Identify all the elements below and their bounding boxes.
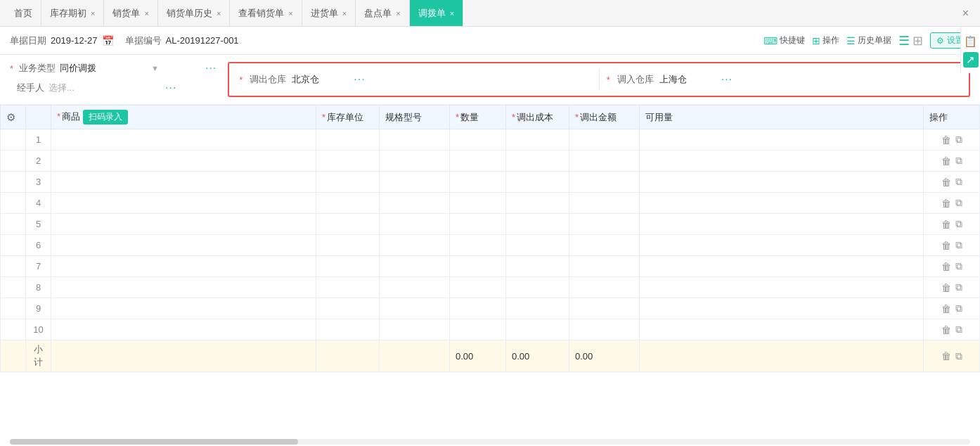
td-spec-3[interactable] bbox=[380, 172, 450, 193]
td-cost-1[interactable] bbox=[506, 129, 569, 151]
tab-purchase-close[interactable]: × bbox=[342, 9, 347, 18]
horizontal-scrollbar[interactable] bbox=[10, 439, 970, 445]
td-product-3[interactable] bbox=[51, 172, 316, 193]
copy-icon-8[interactable]: ⧉ bbox=[955, 281, 962, 293]
td-cost-3[interactable] bbox=[506, 172, 569, 193]
delete-icon-2[interactable]: 🗑 bbox=[941, 155, 951, 167]
td-amount-10[interactable] bbox=[569, 319, 640, 340]
delete-icon-8[interactable]: 🗑 bbox=[941, 282, 951, 293]
td-spec-2[interactable] bbox=[380, 151, 450, 172]
td-cost-6[interactable] bbox=[506, 235, 569, 256]
td-spec-8[interactable] bbox=[380, 277, 450, 298]
delete-icon-4[interactable]: 🗑 bbox=[941, 198, 951, 209]
delete-icon-6[interactable]: 🗑 bbox=[941, 240, 951, 251]
td-product-8[interactable] bbox=[51, 277, 316, 298]
td-qty-10[interactable] bbox=[450, 319, 506, 340]
delete-icon-5[interactable]: 🗑 bbox=[941, 219, 951, 230]
td-product-2[interactable] bbox=[51, 151, 316, 172]
window-close-button[interactable]: × bbox=[957, 7, 974, 20]
sidebar-link-icon[interactable]: ↗ bbox=[963, 52, 979, 68]
td-qty-1[interactable] bbox=[450, 129, 506, 151]
td-unit-1[interactable] bbox=[316, 129, 380, 151]
td-amount-5[interactable] bbox=[569, 214, 640, 235]
tab-sales-history-close[interactable]: × bbox=[217, 9, 221, 18]
delete-icon-11[interactable]: 🗑 bbox=[941, 350, 951, 362]
td-cost-2[interactable] bbox=[506, 151, 569, 172]
tab-transfer[interactable]: 调拨单 × bbox=[410, 0, 463, 26]
td-amount-8[interactable] bbox=[569, 277, 640, 298]
td-amount-6[interactable] bbox=[569, 235, 640, 256]
actions-button[interactable]: ⊞ 操作 bbox=[812, 34, 839, 46]
biz-type-more-button[interactable]: ··· bbox=[205, 62, 217, 75]
tab-view-sales[interactable]: 查看销货单 × bbox=[230, 0, 302, 26]
td-unit-5[interactable] bbox=[316, 214, 380, 235]
td-product-4[interactable] bbox=[51, 193, 316, 214]
td-product-10[interactable] bbox=[51, 319, 316, 340]
td-qty-4[interactable] bbox=[450, 193, 506, 214]
td-amount-2[interactable] bbox=[569, 151, 640, 172]
td-amount-4[interactable] bbox=[569, 193, 640, 214]
td-cost-4[interactable] bbox=[506, 193, 569, 214]
td-product-6[interactable] bbox=[51, 235, 316, 256]
tab-inventory-check-close[interactable]: × bbox=[396, 9, 400, 18]
layout-list-icon[interactable]: ☰ bbox=[898, 33, 910, 49]
td-product-9[interactable] bbox=[51, 298, 316, 319]
td-spec-4[interactable] bbox=[380, 193, 450, 214]
copy-icon-7[interactable]: ⧉ bbox=[955, 260, 962, 272]
td-unit-8[interactable] bbox=[316, 277, 380, 298]
td-amount-3[interactable] bbox=[569, 172, 640, 193]
td-cost-5[interactable] bbox=[506, 214, 569, 235]
tab-sales-order-close[interactable]: × bbox=[144, 9, 148, 18]
td-product-5[interactable] bbox=[51, 214, 316, 235]
td-cost-8[interactable] bbox=[506, 277, 569, 298]
td-cost-10[interactable] bbox=[506, 319, 569, 340]
td-unit-9[interactable] bbox=[316, 298, 380, 319]
td-cost-7[interactable] bbox=[506, 256, 569, 277]
delete-icon-3[interactable]: 🗑 bbox=[941, 177, 951, 188]
in-warehouse-value[interactable]: 上海仓 bbox=[659, 73, 716, 86]
copy-icon-10[interactable]: ⧉ bbox=[955, 324, 962, 336]
handler-more-button[interactable]: ··· bbox=[165, 82, 176, 94]
td-product-1[interactable] bbox=[51, 129, 316, 151]
copy-icon-3[interactable]: ⧉ bbox=[955, 176, 962, 188]
biz-type-value[interactable]: 同价调拨 bbox=[60, 62, 144, 75]
td-qty-6[interactable] bbox=[450, 235, 506, 256]
td-spec-5[interactable] bbox=[380, 214, 450, 235]
copy-icon-6[interactable]: ⧉ bbox=[955, 239, 962, 251]
tab-inventory-check[interactable]: 盘点单 × bbox=[356, 0, 409, 26]
copy-icon-2[interactable]: ⧉ bbox=[955, 155, 962, 167]
td-qty-7[interactable] bbox=[450, 256, 506, 277]
sidebar-note-icon[interactable]: 📋 bbox=[961, 32, 980, 51]
delete-icon-9[interactable]: 🗑 bbox=[941, 303, 951, 314]
biz-type-dropdown-icon[interactable]: ▼ bbox=[151, 64, 159, 72]
td-unit-2[interactable] bbox=[316, 151, 380, 172]
copy-icon-4[interactable]: ⧉ bbox=[955, 197, 962, 209]
td-spec-9[interactable] bbox=[380, 298, 450, 319]
td-unit-7[interactable] bbox=[316, 256, 380, 277]
td-amount-9[interactable] bbox=[569, 298, 640, 319]
copy-icon-5[interactable]: ⧉ bbox=[955, 218, 962, 230]
copy-icon-11[interactable]: ⧉ bbox=[955, 350, 962, 362]
td-cost-9[interactable] bbox=[506, 298, 569, 319]
td-spec-10[interactable] bbox=[380, 319, 450, 340]
delete-icon-1[interactable]: 🗑 bbox=[941, 134, 951, 146]
td-amount-7[interactable] bbox=[569, 256, 640, 277]
tab-purchase[interactable]: 进货单 × bbox=[302, 0, 356, 26]
td-product-7[interactable] bbox=[51, 256, 316, 277]
calendar-icon[interactable]: 📅 bbox=[102, 35, 114, 46]
td-spec-1[interactable] bbox=[380, 129, 450, 151]
td-unit-6[interactable] bbox=[316, 235, 380, 256]
td-product-11[interactable] bbox=[51, 340, 316, 372]
td-qty-5[interactable] bbox=[450, 214, 506, 235]
td-unit-10[interactable] bbox=[316, 319, 380, 340]
tab-sales-history[interactable]: 销货单历史 × bbox=[158, 0, 230, 26]
th-settings[interactable]: ⚙ bbox=[1, 106, 26, 129]
tab-view-sales-close[interactable]: × bbox=[288, 9, 292, 18]
out-warehouse-more-button[interactable]: ··· bbox=[354, 73, 365, 86]
td-spec-6[interactable] bbox=[380, 235, 450, 256]
out-warehouse-value[interactable]: 北京仓 bbox=[292, 73, 348, 86]
in-warehouse-more-button[interactable]: ··· bbox=[721, 73, 733, 86]
tab-transfer-close[interactable]: × bbox=[450, 9, 454, 18]
delete-icon-7[interactable]: 🗑 bbox=[941, 261, 951, 272]
td-qty-9[interactable] bbox=[450, 298, 506, 319]
